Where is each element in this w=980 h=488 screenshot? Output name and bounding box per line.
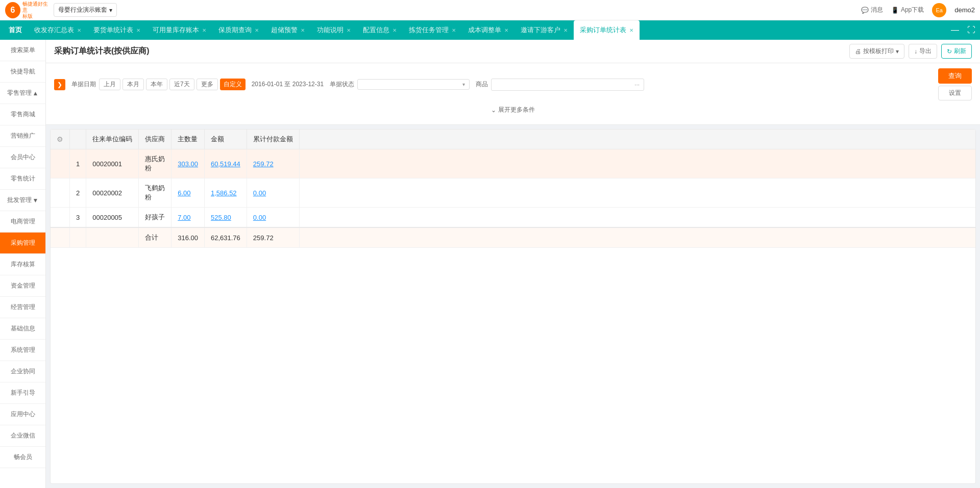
sidebar-item-retail-stats[interactable]: 零售统计 xyxy=(0,168,45,190)
tab-available-stock-close[interactable]: ✕ xyxy=(202,28,206,33)
sidebar-item-quick-nav[interactable]: 快捷导航 xyxy=(0,61,45,83)
th-settings[interactable]: ⚙ xyxy=(51,130,70,149)
sidebar-item-stock-check[interactable]: 库存核算 xyxy=(0,254,45,275)
nav-maximize-btn[interactable]: ⛶ xyxy=(965,23,977,37)
cell-amount[interactable]: 60,519.44 xyxy=(205,149,247,178)
cell-extra xyxy=(299,149,975,178)
goods-select[interactable]: ··· xyxy=(491,79,644,91)
tab-func-desc-label: 功能说明 xyxy=(317,25,344,35)
avatar[interactable]: Ea xyxy=(932,3,946,17)
sidebar-item-new-guide[interactable]: 新手引导 xyxy=(0,382,45,404)
date-btn-last-month[interactable]: 上月 xyxy=(99,79,120,90)
export-btn[interactable]: ↓ 导出 xyxy=(909,44,937,59)
tab-invite-downstream[interactable]: 邀请下游客户 ✕ xyxy=(514,20,574,40)
sidebar-item-enterprise-wechat[interactable]: 企业微信 xyxy=(0,425,45,447)
status-filter: 单据状态 ▾ xyxy=(330,79,470,90)
tab-purchase-stats[interactable]: 采购订单统计表 ✕ xyxy=(574,20,640,40)
th-extra xyxy=(299,130,975,149)
query-btn[interactable]: 查询 xyxy=(938,68,972,84)
date-btns: 上月 本月 本年 近7天 更多 自定义 xyxy=(99,79,246,90)
sidebar-item-basic-info[interactable]: 基础信息 xyxy=(0,318,45,340)
tab-collect-pay-close[interactable]: ✕ xyxy=(77,28,81,33)
tab-invite-downstream-close[interactable]: ✕ xyxy=(564,28,568,33)
sidebar-item-app-center[interactable]: 应用中心 xyxy=(0,404,45,425)
tab-shelf-life-label: 保质期查询 xyxy=(218,25,252,35)
date-btn-7days[interactable]: 近7天 xyxy=(169,79,194,90)
sidebar-item-wholesale-mgmt[interactable]: 批发管理 ▼ xyxy=(0,190,45,211)
cell-paid-amount[interactable]: 0.00 xyxy=(247,208,299,228)
tab-config-info[interactable]: 配置信息 ✕ xyxy=(357,20,403,40)
main-area: 搜索菜单 快捷导航 零售管理 ▲ 零售商城 营销推广 会员中心 零售统计 批发管… xyxy=(0,40,980,488)
th-supplier-name: 供应商 xyxy=(139,130,172,149)
sidebar-item-search[interactable]: 搜索菜单 xyxy=(0,40,45,61)
tab-pick-task-close[interactable]: ✕ xyxy=(452,28,456,33)
message-btn[interactable]: 💬 消息 xyxy=(861,6,883,14)
sidebar-item-retail-shop[interactable]: 零售商城 xyxy=(0,104,45,125)
cell-settings xyxy=(51,149,70,178)
sidebar-item-retail-mgmt[interactable]: 零售管理 ▲ xyxy=(0,83,45,104)
sidebar-item-vip[interactable]: 畅会员 xyxy=(0,447,45,468)
cell-amount[interactable]: 525.80 xyxy=(205,208,247,228)
tab-cost-adjust[interactable]: 成本调整单 ✕ xyxy=(462,20,514,40)
sidebar-item-sys-mgmt[interactable]: 系统管理 xyxy=(0,340,45,361)
tab-overstock-alert-close[interactable]: ✕ xyxy=(301,28,305,33)
username: demo2 xyxy=(954,6,975,14)
cell-paid-amount[interactable]: 259.72 xyxy=(247,149,299,178)
tab-pick-task[interactable]: 拣货任务管理 ✕ xyxy=(403,20,462,40)
sidebar-item-ops-mgmt[interactable]: 经营管理 xyxy=(0,297,45,318)
date-btn-custom[interactable]: 自定义 xyxy=(220,79,246,90)
sidebar-item-purchase-mgmt[interactable]: 采购管理 xyxy=(0,233,45,254)
tab-shelf-life-close[interactable]: ✕ xyxy=(255,28,259,33)
cell-qty[interactable]: 303.00 xyxy=(172,149,205,178)
cell-supplier-name: 惠氏奶粉 xyxy=(139,149,172,178)
tab-overstock-alert[interactable]: 超储预警 ✕ xyxy=(265,20,311,40)
tab-shelf-life[interactable]: 保质期查询 ✕ xyxy=(212,20,265,40)
sidebar-item-finance-mgmt[interactable]: 资金管理 xyxy=(0,275,45,297)
status-select[interactable]: ▾ xyxy=(357,79,470,90)
status-select-arrow: ▾ xyxy=(462,82,465,87)
sidebar-item-member-center[interactable]: 会员中心 xyxy=(0,147,45,168)
expand-more-btn[interactable]: ⌄ 展开更多条件 xyxy=(485,104,541,116)
date-btn-more[interactable]: 更多 xyxy=(197,79,218,90)
workspace-selector[interactable]: 母婴行业演示账套 ▾ xyxy=(54,3,117,17)
tab-config-info-close[interactable]: ✕ xyxy=(393,28,397,33)
content-area: 采购订单统计表(按供应商) 🖨 按模板打印 ▾ ↓ 导出 ↻ 刷新 xyxy=(46,40,980,488)
th-qty: 主数量 xyxy=(172,130,205,149)
sidebar-item-ecom-mgmt[interactable]: 电商管理 xyxy=(0,211,45,233)
date-btn-this-month[interactable]: 本月 xyxy=(122,79,144,90)
logo-icon: 6 xyxy=(5,2,20,18)
tab-purchase-stats-close[interactable]: ✕ xyxy=(629,28,633,33)
th-supplier-code: 往来单位编码 xyxy=(86,130,139,149)
cell-qty[interactable]: 6.00 xyxy=(172,178,205,208)
message-label: 消息 xyxy=(871,6,883,14)
logo-area: 6 畅捷通好生意 标版 xyxy=(5,1,51,19)
tab-func-desc-close[interactable]: ✕ xyxy=(347,28,351,33)
tab-demand-stats-label: 要货单统计表 xyxy=(93,25,133,35)
nav-minimize-btn[interactable]: — xyxy=(949,23,961,37)
tab-demand-stats[interactable]: 要货单统计表 ✕ xyxy=(87,20,146,40)
settings-btn[interactable]: 设置 xyxy=(938,86,972,100)
date-btn-this-year[interactable]: 本年 xyxy=(146,79,167,90)
th-paid-amount: 累计付款金额 xyxy=(247,130,299,149)
avatar-initials: Ea xyxy=(936,7,943,13)
app-download-label: App下载 xyxy=(901,6,924,14)
cell-amount[interactable]: 1,586.52 xyxy=(205,178,247,208)
app-download-btn[interactable]: 📱 App下载 xyxy=(891,6,924,14)
logo-text: 畅捷通好生意 标版 xyxy=(22,1,51,19)
settings-gear-icon[interactable]: ⚙ xyxy=(57,135,63,143)
print-btn[interactable]: 🖨 按模板打印 ▾ xyxy=(849,44,904,59)
tab-cost-adjust-close[interactable]: ✕ xyxy=(504,28,508,33)
cell-paid-amount[interactable]: 0.00 xyxy=(247,178,299,208)
refresh-btn[interactable]: ↻ 刷新 xyxy=(941,44,972,59)
tab-available-stock[interactable]: 可用量库存账本 ✕ xyxy=(146,20,212,40)
cell-qty[interactable]: 7.00 xyxy=(172,208,205,228)
filter-toggle-btn[interactable]: ❯ xyxy=(54,79,65,90)
sidebar-item-marketing[interactable]: 营销推广 xyxy=(0,125,45,147)
tab-demand-stats-close[interactable]: ✕ xyxy=(136,28,140,33)
sidebar-item-enterprise-collab[interactable]: 企业协同 xyxy=(0,361,45,382)
tab-collect-pay[interactable]: 收发存汇总表 ✕ xyxy=(28,20,87,40)
page-header-actions: 🖨 按模板打印 ▾ ↓ 导出 ↻ 刷新 xyxy=(849,44,972,59)
tab-func-desc[interactable]: 功能说明 ✕ xyxy=(311,20,357,40)
tab-home[interactable]: 首页 xyxy=(3,20,28,40)
th-amount: 金额 xyxy=(205,130,247,149)
